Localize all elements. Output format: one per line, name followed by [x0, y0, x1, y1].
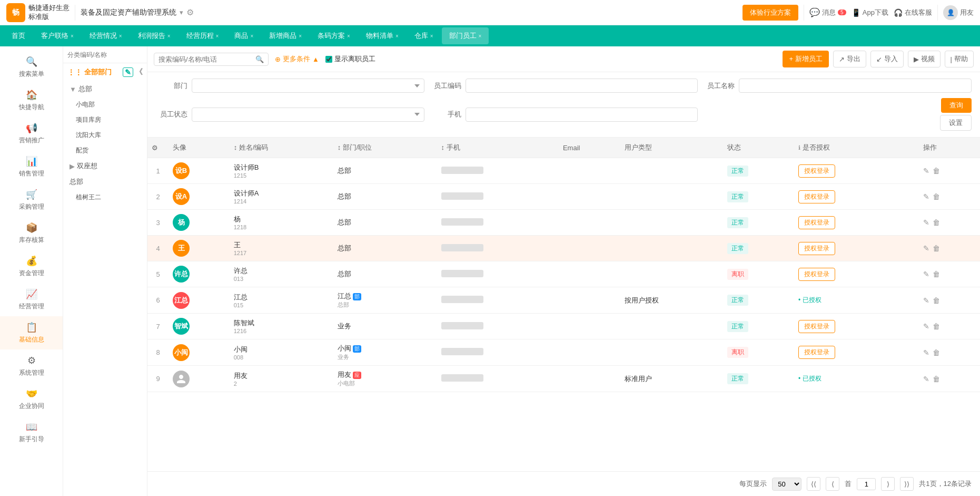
close-icon[interactable]: ×: [479, 33, 482, 39]
tree-node-shuangzuoxiang[interactable]: ▶ 双座想: [63, 158, 147, 174]
next-page-btn[interactable]: ⟩: [881, 477, 895, 491]
edit-icon[interactable]: ✎: [923, 348, 929, 357]
col-settings[interactable]: ⚙: [147, 138, 169, 158]
sidebar-item-sales[interactable]: 📊 销售管理: [0, 150, 63, 183]
sidebar-item-search[interactable]: 🔍 搜索菜单: [0, 51, 63, 84]
col-dept[interactable]: ↕ 部门/职位: [333, 138, 437, 158]
help-btn[interactable]: | 帮助: [945, 51, 974, 67]
emp-code-input[interactable]: [466, 79, 698, 93]
auth-btn[interactable]: 授权登录: [798, 346, 835, 359]
sidebar-item-system[interactable]: ⚙ 系统管理: [0, 349, 63, 383]
sidebar-item-operations[interactable]: 📈 经营管理: [0, 283, 63, 316]
reset-btn[interactable]: 设置: [940, 115, 972, 131]
dropdown-icon[interactable]: ▾: [180, 8, 183, 16]
edit-icon[interactable]: ✎: [923, 167, 929, 175]
edit-icon[interactable]: ✎: [923, 322, 929, 330]
tab-profit[interactable]: 利润报告 ×: [131, 27, 178, 44]
user-info[interactable]: 👤 用友: [943, 5, 974, 20]
online-support[interactable]: 🎧 在线客服: [894, 8, 932, 17]
edit-tree-icon[interactable]: ✎: [123, 67, 133, 77]
main-search-input[interactable]: [159, 55, 253, 63]
delete-icon[interactable]: 🗑: [933, 192, 940, 201]
delete-icon[interactable]: 🗑: [933, 244, 940, 252]
edit-icon[interactable]: ✎: [923, 192, 929, 201]
sidebar-item-guide[interactable]: 📖 新手引导: [0, 416, 63, 449]
tab-dept-employee[interactable]: 部门员工 ×: [442, 27, 489, 44]
close-icon[interactable]: ×: [119, 33, 122, 39]
tab-history[interactable]: 经营历程 ×: [179, 27, 226, 44]
auth-btn[interactable]: 授权登录: [798, 164, 835, 178]
status-select[interactable]: [192, 108, 424, 122]
tree-node-headquarters-parent[interactable]: ▼ 总部: [63, 81, 147, 97]
auth-btn[interactable]: 授权登录: [798, 320, 835, 333]
col-name[interactable]: ↕ 姓名/编码: [230, 138, 333, 158]
page-number-input[interactable]: [857, 478, 876, 490]
last-page-btn[interactable]: ⟩⟩: [900, 477, 914, 491]
close-icon[interactable]: ×: [299, 33, 302, 39]
phone-input[interactable]: [466, 108, 698, 122]
sidebar-item-quicknav[interactable]: 🏠 快捷导航: [0, 84, 63, 117]
edit-icon[interactable]: ✎: [923, 244, 929, 252]
delete-icon[interactable]: 🗑: [933, 296, 940, 305]
settings-icon[interactable]: ⚙: [186, 7, 194, 17]
tab-goods[interactable]: 商品 ×: [227, 27, 261, 44]
auth-btn[interactable]: 授权登录: [798, 216, 835, 229]
export-btn[interactable]: ↗ 导出: [833, 51, 866, 67]
edit-icon[interactable]: ✎: [923, 296, 929, 305]
tab-operation[interactable]: 经营情况 ×: [82, 27, 130, 44]
page-size-select[interactable]: 50 100: [772, 478, 801, 491]
tab-warehouse[interactable]: 仓库 ×: [407, 27, 441, 44]
message-item[interactable]: 💬 消息 5: [809, 7, 846, 17]
close-icon[interactable]: ×: [395, 33, 399, 39]
close-icon[interactable]: ×: [347, 33, 350, 39]
auth-btn[interactable]: 授权登录: [798, 242, 835, 255]
close-icon[interactable]: ×: [167, 33, 171, 39]
col-phone[interactable]: ↕ 手机: [437, 138, 559, 158]
close-icon[interactable]: ×: [430, 33, 433, 39]
main-search-icon[interactable]: 🔍: [255, 55, 264, 63]
dept-select[interactable]: [192, 79, 424, 93]
delete-icon[interactable]: 🗑: [933, 270, 940, 278]
tree-search-input[interactable]: [67, 51, 146, 59]
add-employee-btn[interactable]: + 新增员工: [783, 51, 828, 67]
close-icon[interactable]: ×: [216, 33, 219, 39]
sidebar-item-finance[interactable]: 💰 资金管理: [0, 250, 63, 283]
tab-home[interactable]: 首页: [4, 27, 33, 44]
delete-icon[interactable]: 🗑: [933, 348, 940, 357]
tree-node-zhishu[interactable]: 植树王二: [63, 190, 147, 205]
tree-node-shenyang[interactable]: 沈阳大库: [63, 128, 147, 143]
sidebar-item-inventory[interactable]: 📦 库存核算: [0, 217, 63, 250]
tab-new-goods[interactable]: 新增商品 ×: [262, 27, 309, 44]
delete-icon[interactable]: 🗑: [933, 375, 940, 383]
sidebar-item-marketing[interactable]: 📢 营销推广: [0, 117, 63, 150]
collapse-tree-icon[interactable]: 《: [135, 67, 143, 77]
view-btn[interactable]: ▶ 视频: [908, 51, 941, 67]
edit-icon[interactable]: ✎: [923, 375, 929, 383]
edit-icon[interactable]: ✎: [923, 218, 929, 227]
prev-page-btn[interactable]: ⟨: [826, 477, 839, 491]
app-download[interactable]: 📱 App下载: [852, 8, 888, 17]
tree-node-distribution[interactable]: 配货: [63, 143, 147, 158]
edit-icon[interactable]: ✎: [923, 270, 929, 278]
more-conditions-btn[interactable]: ⊕ 更多条件 ▲: [275, 54, 319, 64]
delete-icon[interactable]: 🗑: [933, 322, 940, 330]
sidebar-item-collab[interactable]: 🤝 企业协同: [0, 383, 63, 416]
delete-icon[interactable]: 🗑: [933, 167, 940, 175]
import-btn[interactable]: ↙ 导入: [870, 51, 904, 67]
sidebar-item-basic-info[interactable]: 📋 基础信息: [0, 316, 63, 349]
emp-name-input[interactable]: [739, 79, 972, 93]
auth-btn[interactable]: 授权登录: [798, 268, 835, 281]
sidebar-item-purchase[interactable]: 🛒 采购管理: [0, 183, 63, 217]
tree-node-xiaodibu[interactable]: 小电部: [63, 97, 147, 112]
auth-btn[interactable]: 授权登录: [798, 190, 835, 203]
tree-node-project-warehouse[interactable]: 项目库房: [63, 112, 147, 128]
close-icon[interactable]: ×: [71, 33, 74, 39]
query-btn[interactable]: 查询: [941, 98, 972, 113]
tree-node-zongbu[interactable]: 总部: [63, 174, 147, 190]
tab-barcode[interactable]: 条码方案 ×: [310, 27, 358, 44]
tab-bom[interactable]: 物料清单 ×: [359, 27, 406, 44]
delete-icon[interactable]: 🗑: [933, 218, 940, 227]
show-resigned-checkbox[interactable]: 显示离职员工: [325, 54, 375, 64]
first-page-btn[interactable]: ⟨⟨: [807, 477, 820, 491]
trial-button[interactable]: 体验行业方案: [743, 5, 798, 21]
